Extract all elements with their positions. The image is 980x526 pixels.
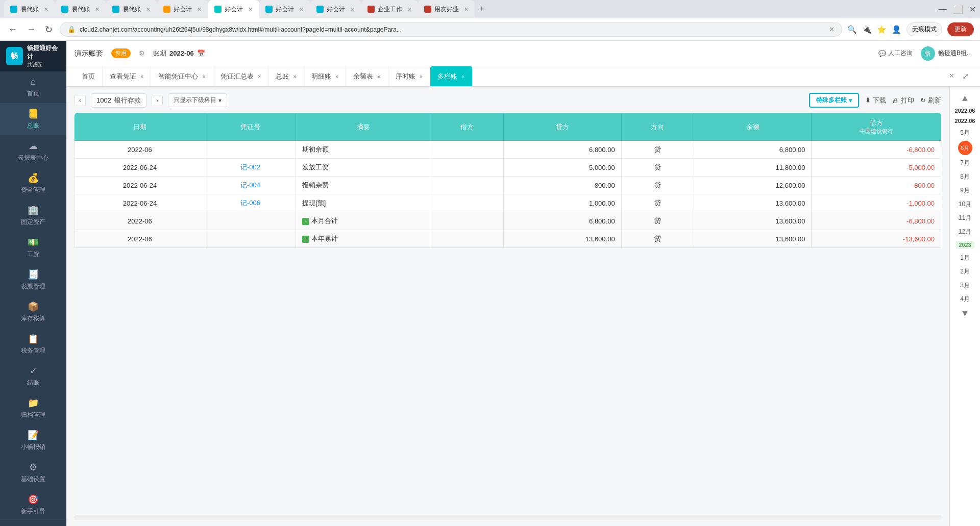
download-button[interactable]: ⬇ 下载 bbox=[865, 96, 886, 105]
browser-tab-6[interactable]: 好会计 ✕ bbox=[259, 0, 310, 18]
tab-close-2[interactable]: ✕ bbox=[95, 6, 100, 13]
account-selector[interactable]: 1002 银行存款 bbox=[91, 93, 146, 108]
bookmark-icon[interactable]: ⭐ bbox=[877, 25, 887, 34]
extension-icon[interactable]: 🔌 bbox=[862, 25, 872, 34]
tab-close-9[interactable]: ✕ bbox=[464, 6, 469, 13]
tab-close-4[interactable]: ✕ bbox=[197, 6, 202, 13]
sidebar-item-guide[interactable]: 🎯 新手引导 bbox=[0, 489, 66, 521]
page-tab-detail-ledger[interactable]: 明细账 × bbox=[304, 66, 346, 87]
cell-direction: 贷 bbox=[621, 159, 694, 177]
tab-close-sequence[interactable]: × bbox=[420, 73, 423, 80]
browser-tab-7[interactable]: 好会计 ✕ bbox=[310, 0, 361, 18]
update-button[interactable]: 更新 bbox=[947, 22, 974, 36]
sidebar-item-ledger[interactable]: 📒 总账 bbox=[0, 103, 66, 135]
sidebar-item-assets[interactable]: 🏢 固定资产 bbox=[0, 199, 66, 232]
tab-close-5[interactable]: ✕ bbox=[248, 6, 253, 13]
page-tab-general-ledger[interactable]: 总账 × bbox=[268, 66, 304, 87]
browser-tab-3[interactable]: 易代账 ✕ bbox=[106, 0, 157, 18]
tab-close-6[interactable]: ✕ bbox=[299, 6, 304, 13]
search-icon[interactable]: 🔍 bbox=[847, 25, 857, 34]
sidebar-item-settings[interactable]: ⚙ 基础设置 bbox=[0, 457, 66, 489]
page-tab-home[interactable]: 首页 bbox=[75, 66, 103, 87]
tab-actions: × ⤢ bbox=[946, 70, 972, 82]
browser-tab-2[interactable]: 易代账 ✕ bbox=[55, 0, 106, 18]
month-item-12[interactable]: 12月 bbox=[950, 225, 980, 239]
month-item-1[interactable]: 1月 bbox=[950, 251, 980, 265]
reload-button[interactable]: ↻ bbox=[43, 22, 55, 37]
browser-tab-8[interactable]: 企业工作 ✕ bbox=[361, 0, 418, 18]
sidebar-item-close[interactable]: ✓ 结账 bbox=[0, 360, 66, 392]
sidebar-item-funds[interactable]: 💰 资金管理 bbox=[0, 167, 66, 199]
url-input[interactable]: 🔒 cloud2.chanjet.com/accounting/uh26t264… bbox=[60, 22, 842, 37]
back-button[interactable]: ← bbox=[6, 22, 19, 37]
tab-close-general[interactable]: × bbox=[293, 73, 296, 80]
cell-summary: 报销杂费 bbox=[296, 177, 431, 194]
month-item-11[interactable]: 11月 bbox=[950, 211, 980, 225]
page-tab-voucher-summary[interactable]: 凭证汇总表 × bbox=[213, 66, 268, 87]
cell-voucher[interactable]: 记-004 bbox=[205, 177, 296, 194]
browser-tab-4[interactable]: 好会计 ✕ bbox=[157, 0, 208, 18]
maximize-button[interactable]: ⬜ bbox=[953, 5, 963, 14]
cell-voucher[interactable]: 记-002 bbox=[205, 159, 296, 177]
sidebar-item-inventory[interactable]: 📦 库存核算 bbox=[0, 296, 66, 328]
profile-icon[interactable]: 👤 bbox=[892, 25, 901, 34]
month-item-7[interactable]: 7月 bbox=[950, 156, 980, 170]
tab-close-summary[interactable]: × bbox=[258, 73, 261, 80]
sidebar-item-home[interactable]: ⌂ 首页 bbox=[0, 71, 66, 103]
tab-close-smart[interactable]: × bbox=[202, 73, 205, 80]
scroll-down-button[interactable]: ▼ bbox=[959, 306, 972, 321]
tab-close-1[interactable]: ✕ bbox=[44, 6, 48, 13]
month-item-2[interactable]: 2月 bbox=[950, 265, 980, 279]
month-item-10[interactable]: 10月 bbox=[950, 197, 980, 211]
demo-badge[interactable]: 禁用 bbox=[111, 48, 131, 58]
page-tab-smart-vouchers[interactable]: 智能凭证中心 × bbox=[151, 66, 213, 87]
minimize-button[interactable]: — bbox=[939, 5, 947, 14]
refresh-button[interactable]: ↻ 刷新 bbox=[920, 96, 941, 105]
page-tab-vouchers[interactable]: 查看凭证 × bbox=[103, 66, 151, 87]
tab-close-multicol[interactable]: × bbox=[461, 73, 464, 80]
multi-col-button[interactable]: 特殊多栏账 ▾ bbox=[809, 93, 859, 108]
new-tab-button[interactable]: + bbox=[475, 2, 489, 16]
tab-close-vouchers[interactable]: × bbox=[140, 73, 143, 80]
forward-button[interactable]: → bbox=[24, 22, 38, 37]
page-tab-multi-col[interactable]: 多栏账 × bbox=[430, 66, 472, 87]
th-balance: 余额 bbox=[694, 113, 812, 141]
close-window-button[interactable]: ✕ bbox=[969, 5, 976, 14]
close-panel-button[interactable]: × bbox=[946, 70, 957, 82]
month-item-4[interactable]: 4月 bbox=[950, 292, 980, 306]
consult-button[interactable]: 💬 人工咨询 bbox=[878, 49, 913, 58]
next-account-button[interactable]: › bbox=[152, 95, 163, 106]
page-tab-balance[interactable]: 余额表 × bbox=[346, 66, 388, 87]
month-item-5[interactable]: 5月 bbox=[950, 126, 980, 140]
expand-panel-button[interactable]: ⤢ bbox=[959, 70, 972, 82]
filter-button[interactable]: 只显示下级科目 ▾ bbox=[168, 93, 227, 107]
tab-close-8[interactable]: ✕ bbox=[407, 6, 412, 13]
month-item-8[interactable]: 8月 bbox=[950, 170, 980, 184]
scroll-up-button[interactable]: ▲ bbox=[959, 91, 972, 106]
sidebar-item-expense[interactable]: 📝 小畅报销 bbox=[0, 424, 66, 457]
prev-account-button[interactable]: ‹ bbox=[75, 95, 86, 106]
browser-tab-1[interactable]: 易代账 ✕ bbox=[4, 0, 55, 18]
sidebar-item-tax[interactable]: 📋 税务管理 bbox=[0, 328, 66, 360]
settings-gear-icon[interactable]: ⚙ bbox=[139, 49, 145, 57]
user-avatar[interactable]: 畅 bbox=[921, 46, 935, 61]
sidebar-item-archive[interactable]: 📁 归档管理 bbox=[0, 392, 66, 424]
print-button[interactable]: 🖨 打印 bbox=[892, 96, 914, 105]
tab-close-balance[interactable]: × bbox=[377, 73, 380, 80]
browser-tab-9[interactable]: 用友好业 ✕ bbox=[418, 0, 475, 18]
horizontal-scrollbar[interactable] bbox=[75, 515, 941, 520]
wuhen-mode-button[interactable]: 无痕模式 bbox=[906, 22, 942, 36]
cell-voucher[interactable]: 记-006 bbox=[205, 194, 296, 212]
calendar-icon[interactable]: 📅 bbox=[197, 49, 205, 57]
tab-close-detail[interactable]: × bbox=[335, 73, 338, 80]
browser-tab-5[interactable]: 好会计 ✕ bbox=[208, 0, 259, 18]
sidebar-item-invoice[interactable]: 🧾 发票管理 bbox=[0, 264, 66, 296]
page-tab-sequence[interactable]: 序时账 × bbox=[388, 66, 430, 87]
sidebar-item-reports[interactable]: ☁ 云报表中心 bbox=[0, 135, 66, 167]
month-item-6[interactable]: 6月 bbox=[958, 141, 972, 155]
tab-close-3[interactable]: ✕ bbox=[146, 6, 151, 13]
sidebar-item-payroll[interactable]: 💵 工资 bbox=[0, 232, 66, 264]
month-item-3[interactable]: 3月 bbox=[950, 279, 980, 292]
month-item-9[interactable]: 9月 bbox=[950, 184, 980, 197]
tab-close-7[interactable]: ✕ bbox=[350, 6, 355, 13]
